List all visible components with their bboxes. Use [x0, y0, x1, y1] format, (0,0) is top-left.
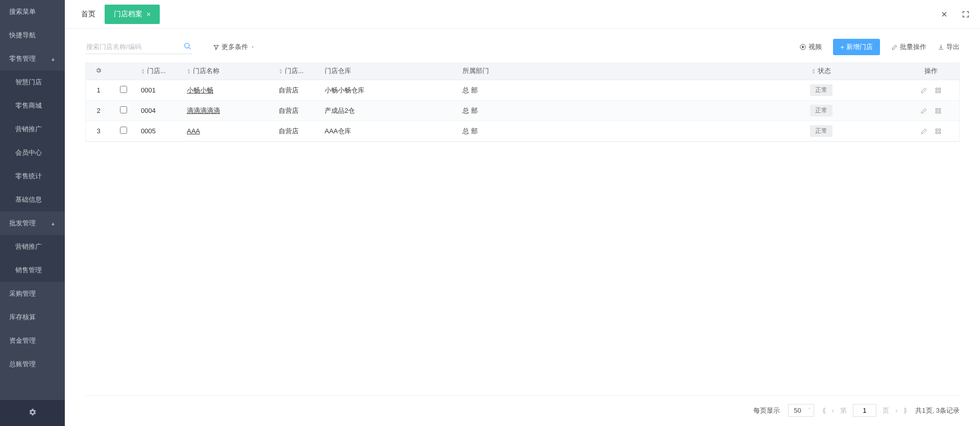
- pagination-summary: 共1页, 3条记录: [915, 406, 960, 415]
- page-nav: ⟪ ‹ 第 页 › ⟫: [822, 404, 908, 417]
- chevron-down-icon: [250, 44, 255, 50]
- cell-department: 总 部: [457, 80, 740, 101]
- sidebar: 搜索菜单快捷导航零售管理▲智慧门店零售商城营销推广会员中心零售统计基础信息批发管…: [0, 0, 65, 426]
- svg-rect-2: [936, 88, 938, 90]
- more-icon[interactable]: [935, 107, 942, 114]
- add-store-button[interactable]: + 新增门店: [833, 39, 880, 55]
- tabbar: 首页 门店档案 ×: [65, 0, 980, 29]
- batch-button[interactable]: 批量操作: [891, 42, 926, 52]
- sidebar-item-3[interactable]: 智慧门店: [0, 70, 65, 94]
- row-checkbox[interactable]: [120, 127, 127, 134]
- sidebar-item-label: 营销推广: [15, 125, 42, 134]
- cell-code: 0005: [136, 121, 182, 141]
- cell-department: 总 部: [457, 101, 740, 121]
- more-icon[interactable]: [935, 128, 942, 135]
- th-warehouse: 门店仓库: [320, 62, 457, 80]
- table-row: 30005AAA自营店AAA仓库总 部正常: [86, 121, 959, 141]
- tab-store-archive[interactable]: 门店档案 ×: [105, 5, 160, 24]
- row-checkbox[interactable]: [120, 86, 127, 93]
- svg-rect-8: [936, 111, 938, 113]
- svg-rect-10: [936, 129, 938, 131]
- more-conditions-button[interactable]: 更多条件: [213, 42, 255, 52]
- filter-icon: [213, 44, 219, 51]
- tab-home[interactable]: 首页: [72, 5, 105, 24]
- chevron-up-icon: ▲: [51, 56, 56, 62]
- th-name[interactable]: ▲▼门店名称: [182, 62, 274, 80]
- video-label: 视频: [808, 42, 822, 52]
- export-button[interactable]: 导出: [938, 42, 960, 52]
- svg-rect-4: [936, 91, 938, 93]
- page-size-select[interactable]: 50 ˇ: [788, 404, 814, 417]
- sidebar-item-2[interactable]: 零售管理▲: [0, 47, 65, 70]
- svg-rect-11: [939, 129, 941, 131]
- th-settings[interactable]: [86, 62, 111, 80]
- sidebar-item-label: 零售商城: [15, 101, 42, 110]
- sidebar-item-7[interactable]: 零售统计: [0, 164, 65, 188]
- sidebar-item-0[interactable]: 搜索菜单: [0, 0, 65, 23]
- edit-icon[interactable]: [920, 107, 927, 114]
- video-button[interactable]: 视频: [799, 42, 822, 52]
- sidebar-item-label: 总账管理: [9, 360, 36, 369]
- svg-rect-3: [939, 88, 941, 90]
- sidebar-item-10[interactable]: 营销推广: [0, 235, 65, 258]
- close-all-button[interactable]: [937, 7, 951, 21]
- store-name-link[interactable]: AAA: [187, 127, 200, 135]
- edit-icon[interactable]: [920, 87, 927, 94]
- store-name-link[interactable]: 滴滴滴滴滴: [187, 107, 220, 114]
- svg-rect-5: [939, 91, 941, 93]
- row-checkbox[interactable]: [120, 106, 127, 113]
- sidebar-item-label: 销售管理: [15, 266, 42, 275]
- sidebar-item-9[interactable]: 批发管理▲: [0, 211, 65, 235]
- sidebar-item-5[interactable]: 营销推广: [0, 117, 65, 141]
- status-badge: 正常: [810, 105, 832, 116]
- sidebar-item-label: 营销推广: [15, 242, 42, 251]
- edit-icon[interactable]: [920, 128, 927, 135]
- sidebar-item-4[interactable]: 零售商城: [0, 94, 65, 117]
- table-row: 10001小畅小畅自营店小畅小畅仓库总 部正常: [86, 80, 959, 101]
- page-prefix: 第: [840, 406, 847, 415]
- status-badge: 正常: [810, 125, 832, 137]
- svg-rect-6: [936, 108, 938, 110]
- sidebar-item-8[interactable]: 基础信息: [0, 188, 65, 211]
- sidebar-item-1[interactable]: 快捷导航: [0, 23, 65, 47]
- more-conditions-label: 更多条件: [222, 42, 248, 52]
- sidebar-item-label: 搜索菜单: [9, 7, 36, 16]
- settings-button[interactable]: [0, 400, 65, 426]
- chevron-up-icon: ▲: [51, 221, 56, 226]
- add-store-label: 新增门店: [846, 42, 873, 52]
- search-input[interactable]: [85, 40, 192, 54]
- sidebar-item-15[interactable]: 总账管理: [0, 352, 65, 376]
- tab-label: 门店档案: [114, 10, 142, 19]
- sidebar-item-13[interactable]: 库存核算: [0, 305, 65, 329]
- prev-page-button[interactable]: ‹: [832, 407, 834, 414]
- sidebar-item-11[interactable]: 销售管理: [0, 258, 65, 282]
- close-tab-icon[interactable]: ×: [146, 10, 151, 18]
- more-icon[interactable]: [935, 87, 942, 94]
- sidebar-item-12[interactable]: 采购管理: [0, 282, 65, 305]
- fullscreen-button[interactable]: [959, 7, 973, 21]
- store-name-link[interactable]: 小畅小畅: [187, 86, 213, 94]
- page-input[interactable]: [853, 404, 876, 417]
- toolbar: 更多条件 视频 + 新增门店 批量操作 导出: [65, 29, 980, 62]
- sidebar-item-6[interactable]: 会员中心: [0, 141, 65, 164]
- first-page-button[interactable]: ⟪: [822, 407, 826, 414]
- chevron-down-icon: ˇ: [808, 408, 810, 413]
- th-type[interactable]: ▲▼门店...: [274, 62, 320, 80]
- table-row: 20004滴滴滴滴滴自营店产成品2仓总 部正常: [86, 101, 959, 121]
- sidebar-item-label: 库存核算: [9, 313, 36, 322]
- last-page-button[interactable]: ⟫: [903, 407, 907, 414]
- cell-department: 总 部: [457, 121, 740, 141]
- search-wrapper: [85, 40, 192, 54]
- main-content: 首页 门店档案 × 更: [65, 0, 980, 426]
- th-status[interactable]: ▲▼状态: [740, 62, 903, 80]
- search-icon[interactable]: [183, 42, 191, 52]
- row-index: 2: [86, 101, 111, 121]
- sidebar-item-label: 零售管理: [9, 54, 36, 63]
- svg-rect-12: [936, 132, 938, 134]
- svg-rect-13: [939, 132, 941, 134]
- sidebar-item-label: 快捷导航: [9, 31, 36, 40]
- gear-icon: [95, 67, 102, 74]
- sidebar-item-14[interactable]: 资金管理: [0, 329, 65, 352]
- next-page-button[interactable]: ›: [895, 407, 897, 414]
- th-code[interactable]: ▲▼门店...: [136, 62, 182, 80]
